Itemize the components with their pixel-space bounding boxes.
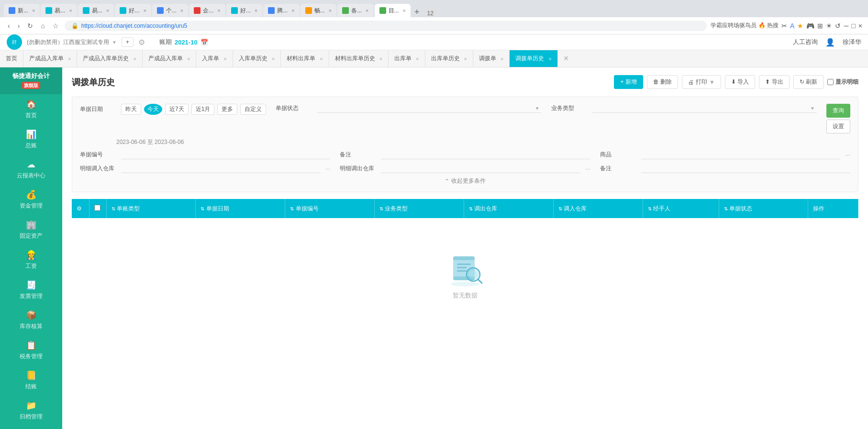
th-gear[interactable]: ⚙: [72, 199, 89, 218]
tab-close-10[interactable]: ×: [366, 8, 368, 13]
service-link[interactable]: 人工咨询: [793, 38, 818, 46]
th-handler[interactable]: ⇅ 经手人: [643, 199, 719, 218]
company-selector[interactable]: (勿删勿禁用）江西服宝测试专用 ▼: [27, 38, 117, 46]
sidebar-item-inventory[interactable]: 📦 库存核算: [0, 305, 62, 335]
tab-close-7[interactable]: ×: [255, 8, 257, 13]
tab-close-8[interactable]: ×: [291, 8, 294, 13]
new-tab-button[interactable]: +: [414, 7, 420, 17]
window-close[interactable]: ×: [858, 22, 862, 30]
tab-close-app-9[interactable]: ×: [464, 56, 467, 62]
export-button[interactable]: ⬆ 导出: [759, 75, 789, 89]
sidebar-item-settings[interactable]: ⚙ 基础设置: [0, 426, 62, 429]
tab-close-4[interactable]: ×: [143, 8, 146, 13]
browser-tab-1[interactable]: 新... ×: [4, 4, 40, 17]
refresh-button-main[interactable]: ↻ 刷新: [793, 75, 823, 89]
collapse-button[interactable]: ⌃ 收起更多条件: [80, 177, 850, 185]
tab-close-1[interactable]: ×: [32, 8, 35, 13]
sidebar-item-closing[interactable]: 📒 结账: [0, 365, 62, 396]
sidebar-item-invoice[interactable]: 🧾 发票管理: [0, 275, 62, 305]
date-btn-today[interactable]: 今天: [144, 104, 162, 115]
settings-filter-button[interactable]: 设置: [826, 120, 850, 133]
add-company-button[interactable]: +: [122, 37, 134, 47]
window-min[interactable]: ─: [844, 22, 848, 30]
tab-3[interactable]: 产成品入库单 ×: [143, 50, 196, 67]
tab-close-3[interactable]: ×: [106, 8, 109, 13]
detail-in-picker-icon[interactable]: ···: [325, 165, 330, 172]
sidebar-item-cloud-report[interactable]: ☁ 云报表中心: [0, 154, 62, 185]
browser-tab-8[interactable]: 腾... ×: [263, 4, 299, 17]
tab-10[interactable]: 调拨单 ×: [473, 50, 510, 67]
detail-out-input[interactable]: [381, 164, 580, 173]
tab-close-5[interactable]: ×: [180, 8, 183, 13]
tab-9[interactable]: 出库单历史 ×: [425, 50, 473, 67]
tab-close-app-1[interactable]: ×: [68, 56, 71, 62]
th-doc-number[interactable]: ⇅ 单据编号: [285, 199, 375, 218]
sidebar-item-archive[interactable]: 📁 归档管理: [0, 396, 62, 426]
tab-close-app-10[interactable]: ×: [501, 56, 503, 62]
tab-close-app-3[interactable]: ×: [187, 56, 190, 62]
tab-2[interactable]: 产成品入库单历史 ×: [77, 50, 142, 67]
refresh-button[interactable]: ↻: [25, 21, 35, 31]
th-doc-status[interactable]: ⇅ 单据状态: [719, 199, 808, 218]
tab-close-app-7[interactable]: ×: [379, 56, 382, 62]
tab-4[interactable]: 入库单 ×: [196, 50, 233, 67]
status-select[interactable]: [317, 104, 541, 112]
detail-remark-input[interactable]: [641, 164, 850, 173]
detail-in-input[interactable]: [121, 164, 320, 173]
delete-button[interactable]: 🗑 删除: [647, 75, 678, 89]
tab-close-app-6[interactable]: ×: [320, 56, 323, 62]
tab-11-active[interactable]: 调拨单历史 ×: [510, 50, 557, 67]
browser-tab-4[interactable]: 好... ×: [115, 4, 151, 17]
sidebar-item-ledger[interactable]: 📊 总账: [0, 124, 62, 154]
tab-close-2[interactable]: ×: [69, 8, 72, 13]
date-btn-custom[interactable]: 自定义: [240, 104, 266, 115]
browser-tab-5[interactable]: 个... ×: [152, 4, 188, 17]
back-button[interactable]: ‹: [6, 21, 12, 31]
period-selector[interactable]: 账期 2021-10 📅: [159, 38, 208, 46]
query-button[interactable]: 查询: [826, 104, 850, 118]
tab-home[interactable]: 首页: [0, 50, 23, 67]
select-all-checkbox[interactable]: [94, 205, 100, 211]
home-button[interactable]: ⌂: [39, 21, 46, 31]
tab-close-app-2[interactable]: ×: [133, 56, 136, 62]
import-button[interactable]: ⬇ 导入: [725, 75, 755, 89]
gear-col-icon[interactable]: ⚙: [77, 205, 82, 212]
tab-close-9[interactable]: ×: [329, 8, 332, 13]
bookmark-button[interactable]: ☆: [51, 21, 61, 31]
th-checkbox[interactable]: [89, 199, 106, 218]
business-type-select[interactable]: [592, 104, 817, 112]
tab-close-app-11[interactable]: ×: [548, 56, 551, 62]
th-doc-type[interactable]: ⇅ 单账类型: [106, 199, 196, 218]
goods-picker-icon[interactable]: ···: [845, 151, 850, 158]
tab-close-6[interactable]: ×: [217, 8, 220, 13]
tab-close-11[interactable]: ×: [403, 8, 406, 13]
detail-out-picker-icon[interactable]: ···: [585, 165, 590, 172]
display-toggle-label[interactable]: 显示明细: [827, 78, 858, 86]
sidebar-item-home[interactable]: 🏠 首页: [0, 94, 62, 124]
tab-8[interactable]: 出库单 ×: [389, 50, 425, 67]
tab-6[interactable]: 材料出库单 ×: [281, 50, 329, 67]
browser-tab-3[interactable]: 易... ×: [78, 4, 114, 17]
date-btn-yesterday[interactable]: 昨天: [121, 104, 141, 115]
tab-1[interactable]: 产成品入库单 ×: [23, 50, 77, 67]
th-out-warehouse[interactable]: ⇅ 调出仓库: [464, 199, 553, 218]
th-in-warehouse[interactable]: ⇅ 调入仓库: [553, 199, 643, 218]
remark-input[interactable]: [381, 150, 590, 159]
th-doc-date[interactable]: ⇅ 单据日期: [196, 199, 285, 218]
sidebar-item-tax[interactable]: 📋 税务管理: [0, 335, 62, 365]
tab-5[interactable]: 入库单历史 ×: [233, 50, 281, 67]
tab-close-app-8[interactable]: ×: [416, 56, 419, 62]
new-button[interactable]: + 新增: [614, 75, 643, 89]
doc-number-input[interactable]: [121, 150, 330, 159]
close-all-tabs-button[interactable]: ×: [558, 54, 575, 64]
browser-tab-6[interactable]: 企... ×: [189, 4, 225, 17]
date-btn-7days[interactable]: 近7天: [165, 104, 189, 115]
tab-7[interactable]: 材料出库单历史 ×: [329, 50, 389, 67]
sidebar-item-fixed-assets[interactable]: 🏢 固定资产: [0, 215, 62, 245]
browser-tab-10[interactable]: 各... ×: [337, 4, 373, 17]
sidebar-item-payroll[interactable]: 👷 工资: [0, 245, 62, 275]
window-max[interactable]: □: [851, 22, 855, 30]
settings-icon[interactable]: ⚙: [138, 38, 145, 47]
print-dropdown-icon[interactable]: ▼: [709, 79, 715, 86]
tab-close-app-5[interactable]: ×: [272, 56, 275, 62]
